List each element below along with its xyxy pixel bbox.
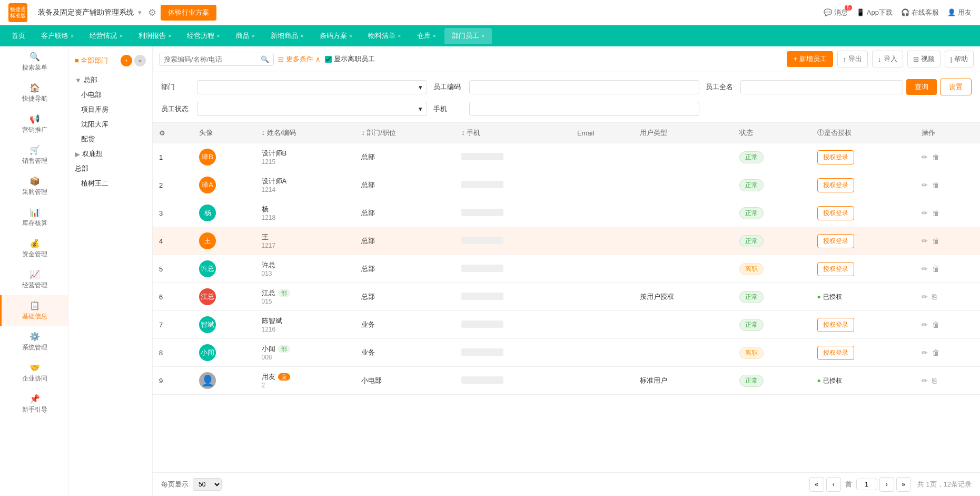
nav-search[interactable]: 🔍 搜索菜单 xyxy=(0,46,68,77)
edit-icon[interactable]: ✏ xyxy=(922,181,928,189)
tab-add-goods[interactable]: 新增商品 × xyxy=(263,28,311,44)
dept-node-peihuo[interactable]: 配货 xyxy=(68,132,152,147)
tab-goods[interactable]: 商品 × xyxy=(229,28,262,44)
online-service-btn[interactable]: 🎧 在线客服 xyxy=(901,8,939,17)
close-icon[interactable]: × xyxy=(252,33,255,39)
dept-node-xiaodian[interactable]: 小电部 xyxy=(68,87,152,102)
close-icon[interactable]: × xyxy=(168,33,171,39)
delete-icon[interactable]: 🗑 xyxy=(932,181,939,189)
more-conditions-btn[interactable]: ⊟ 更多条件 ∧ xyxy=(278,54,321,64)
dept-node-shuanglu[interactable]: ▶ 双鹿想 xyxy=(68,147,152,161)
tab-home[interactable]: 首页 xyxy=(4,28,33,44)
authorize-btn[interactable]: 授权登录 xyxy=(817,178,854,192)
authorize-btn[interactable]: 授权登录 xyxy=(817,234,854,248)
delete-icon[interactable]: 🗑 xyxy=(932,265,939,273)
edit-icon[interactable]: ✏ xyxy=(922,348,928,357)
search-box[interactable]: 🔍 xyxy=(159,53,274,66)
nav-purchase[interactable]: 📦 采购管理 xyxy=(0,171,68,202)
edit-icon[interactable]: ✏ xyxy=(922,265,928,273)
authorize-btn[interactable]: 授权登录 xyxy=(817,346,854,360)
dept-node-zongbu2[interactable]: 总部 xyxy=(68,161,152,176)
edit-icon[interactable]: ✏ xyxy=(922,293,928,301)
tab-employees[interactable]: 部门员工 × xyxy=(444,28,492,44)
close-icon[interactable]: × xyxy=(119,33,122,39)
filter-phone-input[interactable] xyxy=(469,102,699,116)
nav-marketing[interactable]: 📢 营销推广 xyxy=(0,109,68,140)
filter-status-select[interactable]: ▾ xyxy=(197,102,427,116)
close-icon[interactable]: × xyxy=(216,33,220,39)
tab-business[interactable]: 经营情况 × xyxy=(82,28,130,44)
delete-icon[interactable]: 🗑 xyxy=(932,209,939,217)
edit-icon[interactable]: ✏ xyxy=(922,237,928,245)
search-icon[interactable]: 🔍 xyxy=(261,55,269,63)
page-size-select[interactable]: 50 100 200 xyxy=(193,478,222,491)
col-dept[interactable]: ↕ 部门/职位 xyxy=(355,123,455,143)
view-btn[interactable]: ⊞ 视频 xyxy=(907,51,941,67)
search-input[interactable] xyxy=(164,55,259,63)
filter-employee-name-input[interactable] xyxy=(740,80,903,94)
nav-quick[interactable]: 🏠 快捷导航 xyxy=(0,77,68,109)
page-number-input[interactable] xyxy=(856,479,877,490)
close-icon[interactable]: × xyxy=(433,33,436,39)
authorize-btn[interactable]: 授权登录 xyxy=(817,150,854,164)
close-icon[interactable]: × xyxy=(349,33,352,39)
edit-icon[interactable]: ✏ xyxy=(922,320,928,329)
dept-node-project[interactable]: 项目库房 xyxy=(68,102,152,117)
app-download-btn[interactable]: 📱 App下载 xyxy=(856,8,893,17)
edit-icon[interactable]: ✏ xyxy=(922,153,928,161)
add-employee-btn[interactable]: + 新增员工 xyxy=(787,51,833,67)
copy-icon[interactable]: ⎘ xyxy=(932,293,936,301)
nav-inventory[interactable]: 📊 库存核算 xyxy=(0,202,68,233)
import-btn[interactable]: ↓ 导入 xyxy=(872,51,903,67)
help-btn[interactable]: | 帮助 xyxy=(945,51,974,67)
dept-add-btn[interactable]: + xyxy=(121,55,132,66)
delete-icon[interactable]: 🗑 xyxy=(932,320,939,329)
experience-btn[interactable]: 体验行业方案 xyxy=(161,5,216,21)
nav-basic[interactable]: 📋 基础信息 xyxy=(0,295,68,326)
dept-node-zongbu[interactable]: ▼ 总部 xyxy=(68,73,152,87)
next-page-btn[interactable]: › xyxy=(879,477,894,492)
dept-collapse-btn[interactable]: « xyxy=(134,55,146,66)
tab-bom[interactable]: 物料清单 × xyxy=(361,28,408,44)
dept-node-shenyang[interactable]: 沈阳大库 xyxy=(68,117,152,132)
tab-warehouse[interactable]: 仓库 × xyxy=(410,28,443,44)
message-btn[interactable]: 💬 消息 5 xyxy=(824,8,848,17)
authorize-btn[interactable]: 授权登录 xyxy=(817,206,854,220)
tab-profit[interactable]: 利润报告 × xyxy=(131,28,179,44)
first-page-btn[interactable]: « xyxy=(809,477,824,492)
authorize-btn[interactable]: 授权登录 xyxy=(817,262,854,276)
user-avatar[interactable]: 👤 用友 xyxy=(947,8,972,17)
edit-icon[interactable]: ✏ xyxy=(922,376,928,385)
tab-barcode[interactable]: 条码方案 × xyxy=(312,28,360,44)
settings-icon[interactable]: ⚙ xyxy=(148,7,156,18)
nav-guide[interactable]: 📌 新手引导 xyxy=(0,388,68,420)
nav-sales[interactable]: 🛒 销售管理 xyxy=(0,140,68,171)
set-btn[interactable]: 设置 xyxy=(940,79,972,95)
search-btn[interactable]: 查询 xyxy=(906,79,937,95)
dept-node-zhishu[interactable]: 植树王二 xyxy=(68,176,152,191)
authorize-btn[interactable]: 授权登录 xyxy=(817,318,854,332)
close-icon[interactable]: × xyxy=(71,33,74,39)
delete-icon[interactable]: 🗑 xyxy=(932,153,939,161)
copy-icon[interactable]: ⎘ xyxy=(932,376,936,385)
delete-icon[interactable]: 🗑 xyxy=(932,348,939,357)
filter-dept-select[interactable]: ▾ xyxy=(197,80,427,94)
last-page-btn[interactable]: » xyxy=(896,477,911,492)
tab-history[interactable]: 经营历程 × xyxy=(180,28,227,44)
col-phone[interactable]: ↕ 手机 xyxy=(455,123,571,143)
tab-customer[interactable]: 客户联络 × xyxy=(34,28,81,44)
filter-employee-code-input[interactable] xyxy=(469,80,699,94)
prev-page-btn[interactable]: ‹ xyxy=(826,477,841,492)
close-icon[interactable]: × xyxy=(481,33,484,39)
nav-finance[interactable]: 💰 资金管理 xyxy=(0,233,68,264)
nav-ops[interactable]: 📈 经营管理 xyxy=(0,264,68,295)
show-resigned-checkbox[interactable]: 显示离职员工 xyxy=(325,54,375,64)
col-name[interactable]: ↕ 姓名/编码 xyxy=(255,123,355,143)
edit-icon[interactable]: ✏ xyxy=(922,209,928,217)
close-icon[interactable]: × xyxy=(398,33,401,39)
close-icon[interactable]: × xyxy=(300,33,303,39)
delete-icon[interactable]: 🗑 xyxy=(932,237,939,245)
nav-system[interactable]: ⚙️ 系统管理 xyxy=(0,326,68,357)
system-dropdown-btn[interactable]: ▾ xyxy=(138,8,142,16)
export-btn[interactable]: ↑ 导出 xyxy=(837,51,868,67)
